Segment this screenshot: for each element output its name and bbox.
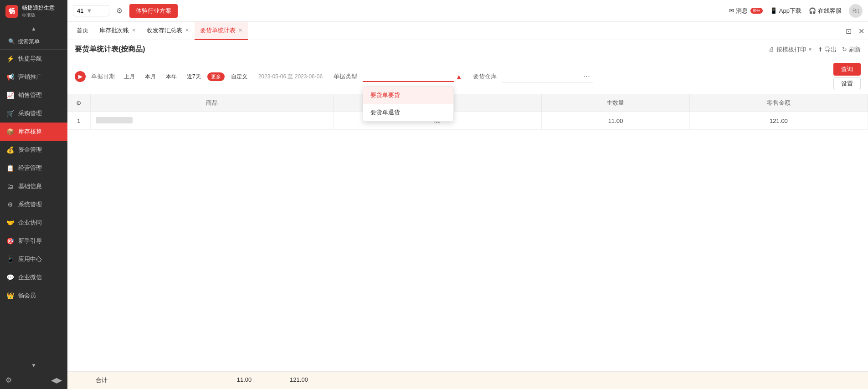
sidebar-scroll-down[interactable]: ▼ xyxy=(0,360,67,371)
tab-batch-close[interactable]: ✕ xyxy=(132,27,136,33)
sidebar-item-inventory[interactable]: 📦 库存核算 xyxy=(0,123,67,141)
main-area: 41 ▼ ⚙ 体验行业方案 ✉ 消息 99+ 📱 App下载 🎧 在线客服 Ri… xyxy=(67,0,868,389)
sidebar-item-label: 系统管理 xyxy=(18,200,42,209)
topbar-gear-button[interactable]: ⚙ xyxy=(113,5,126,17)
table-wrap: ⚙ 商品 主计量单位 主数量 零售金额 1 块 11.00 xyxy=(67,94,868,371)
filter-actions: 查询 设置 xyxy=(833,63,861,90)
messages-label: 消息 xyxy=(736,7,748,15)
wechat-icon: 💬 xyxy=(5,273,15,282)
cell-amount: 121.00 xyxy=(689,112,868,130)
sidebar-item-purchase[interactable]: 🛒 采购管理 xyxy=(0,104,67,123)
app-download-button[interactable]: 📱 App下载 xyxy=(770,7,801,15)
sidebar: 畅 畅捷通好生意 标准版 ▲ 🔍 搜索菜单 ⚡ 快捷导航 📢 营销推广 📈 销售… xyxy=(0,0,67,389)
cell-index: 1 xyxy=(67,112,90,130)
logo-name: 畅捷通好生意 xyxy=(22,5,55,12)
type-select-container: ▲ 要货单要货 要货单退货 xyxy=(363,72,462,82)
sidebar-scroll-up[interactable]: ▲ xyxy=(0,23,67,34)
more-filters-icon[interactable]: ··· xyxy=(583,72,590,81)
page-header: 要货单统计表(按商品) 🖨 按模板打印 ▼ ⬆ 导出 ↻ 刷新 xyxy=(67,40,868,59)
sidebar-item-sales[interactable]: 📈 销售管理 xyxy=(0,86,67,104)
warehouse-input-wrap: ··· xyxy=(502,71,593,82)
dropdown-item-order[interactable]: 要货单要货 xyxy=(363,87,453,104)
date-label: 单据日期 xyxy=(91,72,115,81)
sidebar-item-marketing[interactable]: 📢 营销推广 xyxy=(0,68,67,86)
table-header-row: ⚙ 商品 主计量单位 主数量 零售金额 xyxy=(67,94,868,112)
guide-icon: 🎯 xyxy=(5,236,15,246)
sidebar-item-enterprise[interactable]: 🤝 企业协同 xyxy=(0,214,67,232)
filter-expand-button[interactable]: ▶ xyxy=(75,71,86,82)
tab-order-stat[interactable]: 要货单统计表 ✕ xyxy=(195,22,248,40)
product-name-placeholder xyxy=(96,117,133,123)
type-dropdown-arrow[interactable]: ▲ xyxy=(456,73,462,80)
inventory-icon: 📦 xyxy=(5,127,15,136)
export-button[interactable]: ⬆ 导出 xyxy=(818,46,837,54)
settings-button[interactable]: 设置 xyxy=(833,77,861,90)
date-opt-prev-month[interactable]: 上月 xyxy=(120,72,139,82)
type-input[interactable] xyxy=(363,72,454,82)
col-product: 商品 xyxy=(90,94,333,112)
collapse-icon[interactable]: ◀▶ xyxy=(51,376,62,384)
sidebar-item-operation[interactable]: 📋 经营管理 xyxy=(0,159,67,177)
tab-order-stat-close[interactable]: ✕ xyxy=(238,27,242,33)
settings-icon[interactable]: ⚙ xyxy=(5,376,12,384)
type-dropdown: 要货单要货 要货单退货 xyxy=(363,86,454,122)
refresh-label: 刷新 xyxy=(849,46,861,54)
warehouse-input[interactable] xyxy=(505,73,581,80)
search-icon: 🔍 xyxy=(8,38,15,45)
finance-icon: 💰 xyxy=(5,145,15,154)
online-service-button[interactable]: 🎧 在线客服 xyxy=(809,7,842,15)
topbar-left: 41 ▼ ⚙ 体验行业方案 xyxy=(73,4,178,18)
tab-collect[interactable]: 收发存汇总表 ✕ xyxy=(141,22,195,40)
date-opt-7days[interactable]: 近7天 xyxy=(183,72,205,82)
data-table: ⚙ 商品 主计量单位 主数量 零售金额 1 块 11.00 xyxy=(67,94,868,130)
sidebar-item-member[interactable]: 👑 畅会员 xyxy=(0,287,67,305)
date-opt-custom[interactable]: 自定义 xyxy=(227,72,251,82)
refresh-button[interactable]: ↻ 刷新 xyxy=(842,46,861,54)
query-button[interactable]: 查询 xyxy=(833,63,861,76)
sidebar-item-label: 销售管理 xyxy=(18,91,42,99)
date-opt-this-year[interactable]: 本年 xyxy=(162,72,180,82)
user-avatar[interactable]: Rit xyxy=(849,4,863,18)
print-dropdown-icon: ▼ xyxy=(808,47,812,52)
topbar: 41 ▼ ⚙ 体验行业方案 ✉ 消息 99+ 📱 App下载 🎧 在线客服 Ri… xyxy=(67,0,868,22)
store-selector[interactable]: 41 ▼ xyxy=(73,5,109,16)
date-opt-more[interactable]: 更多 xyxy=(207,72,225,81)
date-opt-this-month[interactable]: 本月 xyxy=(141,72,159,82)
purchase-icon: 🛒 xyxy=(5,109,15,118)
tab-batch[interactable]: 库存批次账 ✕ xyxy=(94,22,141,40)
operation-icon: 📋 xyxy=(5,164,15,173)
messages-button[interactable]: ✉ 消息 99+ xyxy=(729,7,763,15)
sidebar-item-quick[interactable]: ⚡ 快捷导航 xyxy=(0,50,67,68)
sidebar-logo: 畅 畅捷通好生意 标准版 xyxy=(0,0,67,23)
tab-collect-close[interactable]: ✕ xyxy=(185,27,189,33)
tab-close-all-button[interactable]: ✕ xyxy=(858,26,864,35)
type-label: 单据类型 xyxy=(334,72,357,81)
footer-label: 合计 xyxy=(73,376,108,384)
sidebar-search[interactable]: 🔍 搜索菜单 xyxy=(0,34,67,50)
tabbar: 首页 库存批次账 ✕ 收发存汇总表 ✕ 要货单统计表 ✕ ⊡ ✕ xyxy=(67,22,868,40)
tab-expand-button[interactable]: ⊡ xyxy=(846,26,852,35)
sidebar-item-label: 采购管理 xyxy=(18,109,42,118)
dropdown-item-return[interactable]: 要货单退货 xyxy=(363,104,453,121)
sidebar-item-basic[interactable]: 🗂 基础信息 xyxy=(0,177,67,195)
sidebar-item-finance[interactable]: 💰 资金管理 xyxy=(0,141,67,159)
col-settings[interactable]: ⚙ xyxy=(67,94,90,112)
messages-badge: 99+ xyxy=(750,8,763,14)
sidebar-item-wechat[interactable]: 💬 企业微信 xyxy=(0,268,67,287)
footer-amount: 121.00 xyxy=(281,376,317,384)
sidebar-item-guide[interactable]: 🎯 新手引导 xyxy=(0,232,67,250)
date-options: 上月 本月 本年 近7天 更多 自定义 xyxy=(120,72,251,82)
col-amount: 零售金额 xyxy=(689,94,868,112)
sidebar-item-label: 企业协同 xyxy=(18,219,42,227)
table-row: 1 块 11.00 121.00 xyxy=(67,112,868,130)
print-button[interactable]: 🖨 按模板打印 ▼ xyxy=(769,46,812,54)
store-dropdown-icon: ▼ xyxy=(86,7,92,14)
sidebar-item-app[interactable]: 📱 应用中心 xyxy=(0,250,67,268)
trial-button[interactable]: 体验行业方案 xyxy=(129,4,178,18)
tab-home[interactable]: 首页 xyxy=(71,22,94,40)
table-footer: 合计 11.00 121.00 xyxy=(67,371,868,389)
marketing-icon: 📢 xyxy=(5,72,15,82)
sidebar-item-system[interactable]: ⚙ 系统管理 xyxy=(0,195,67,214)
message-icon: ✉ xyxy=(729,7,734,14)
app-icon: 📱 xyxy=(5,255,15,264)
